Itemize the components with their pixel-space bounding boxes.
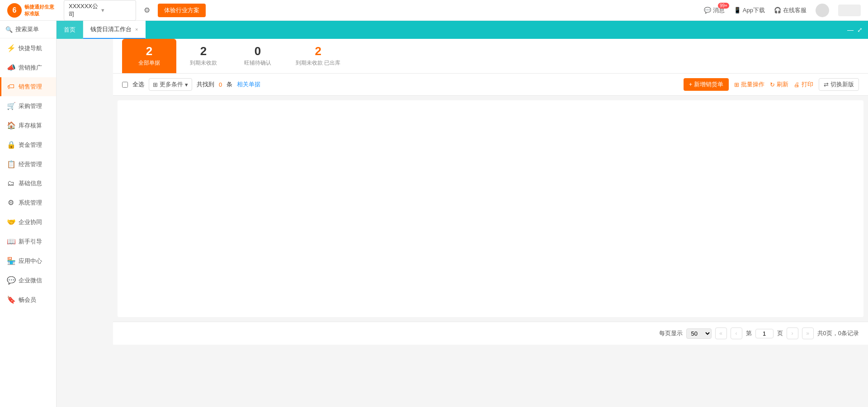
page-label-suffix: 页 [777, 329, 783, 337]
sidebar-item-enterprise-wechat[interactable]: 💬 企业微信 [0, 271, 56, 290]
tab-cash-flow[interactable]: 钱货日清工作台 × [83, 21, 146, 39]
app-download-label: App下载 [743, 6, 765, 14]
settings-icon[interactable]: ⚙ [140, 3, 154, 18]
basic-info-icon: 🗂 [7, 179, 15, 187]
switch-icon: ⇄ [824, 81, 829, 88]
main-content: 2 全部单据 2 到期未收款 0 旺辅待确认 2 到期未收款 已出库 全选 [113, 39, 868, 407]
first-page-button[interactable]: « [715, 327, 727, 339]
sidebar-item-label: 资金管理 [19, 141, 42, 149]
user-name[interactable] [838, 5, 861, 16]
message-badge: 99+ [718, 3, 729, 9]
stat-tab-overdue-unshipped[interactable]: 2 到期未收款 已出库 [285, 39, 351, 73]
sidebar-item-operations[interactable]: 📋 经营管理 [0, 154, 56, 174]
page-label-prefix: 第 [746, 329, 752, 337]
toolbar-right: + 新增销货单 ⊞ 批量操作 ↻ 刷新 🖨 打印 ⇄ 切换新版 [684, 78, 859, 91]
sidebar-item-label: 畅会员 [19, 296, 36, 304]
refresh-button[interactable]: ↻ 刷新 [770, 80, 788, 89]
sidebar-item-label: 基础信息 [19, 179, 42, 187]
app-header: 6 畅捷通好生意 标准版 XXXXXX公司 ▾ ⚙ 体验行业方案 💬 消息 99… [0, 0, 868, 21]
header-right: 💬 消息 99+ 📱 App下载 🎧 在线客服 [704, 4, 861, 17]
content-area [118, 100, 863, 317]
sidebar-item-basic-info[interactable]: 🗂 基础信息 [0, 174, 56, 193]
last-page-button[interactable]: » [802, 327, 814, 339]
message-button[interactable]: 💬 消息 99+ [704, 6, 725, 14]
quick-nav-icon: ⚡ [7, 44, 15, 52]
stat-num-overdue-unshipped: 2 [315, 44, 321, 58]
company-name: XXXXXX公司 [69, 2, 99, 19]
more-filter-button[interactable]: ⊞ 更多条件 ▾ [149, 78, 192, 91]
tab-minimize-icon[interactable]: — [847, 26, 854, 33]
batch-icon: ⊞ [734, 81, 739, 88]
marketing-icon: 📣 [7, 63, 15, 72]
sidebar-item-purchase[interactable]: 🛒 采购管理 [0, 96, 56, 116]
app-download-button[interactable]: 📱 App下载 [734, 6, 765, 14]
select-all-checkbox[interactable] [122, 82, 128, 88]
pagination-bar: 每页显示 20 50 100 « ‹ 第 页 › » 共0页，0条记录 [113, 322, 868, 345]
batch-operation-button[interactable]: ⊞ 批量操作 [734, 80, 764, 89]
new-sales-order-button[interactable]: + 新增销货单 [684, 78, 729, 91]
stat-num-overdue-unpaid: 2 [200, 44, 207, 58]
tab-close-icon[interactable]: × [135, 27, 138, 32]
stat-label-wangwang: 旺辅待确认 [244, 59, 271, 67]
per-page-select[interactable]: 20 50 100 [686, 328, 712, 339]
sidebar-item-system[interactable]: ⚙ 系统管理 [0, 193, 56, 212]
online-service-button[interactable]: 🎧 在线客服 [774, 6, 807, 14]
sidebar-item-app-center[interactable]: 🏪 应用中心 [0, 251, 56, 271]
stat-tab-wangwang[interactable]: 0 旺辅待确认 [231, 39, 285, 73]
refresh-icon: ↻ [770, 81, 775, 88]
sidebar-item-label: 库存核算 [19, 122, 42, 130]
member-icon: 🔖 [7, 295, 15, 304]
stat-tab-overdue-unpaid[interactable]: 2 到期未收款 [176, 39, 231, 73]
sidebar-item-quick-nav[interactable]: ⚡ 快捷导航 [0, 38, 56, 58]
finance-icon: 🔒 [7, 140, 15, 149]
experience-btn[interactable]: 体验行业方案 [158, 4, 206, 17]
inventory-icon: 🏠 [7, 121, 15, 130]
related-label[interactable]: 相关单据 [237, 80, 260, 89]
print-button[interactable]: 🖨 打印 [794, 80, 813, 89]
search-icon: 🔍 [5, 26, 13, 33]
sidebar-item-enterprise-coop[interactable]: 🤝 企业协同 [0, 212, 56, 232]
filter-label: 更多条件 [160, 80, 183, 89]
switch-version-button[interactable]: ⇄ 切换新版 [819, 78, 859, 91]
tab-home[interactable]: 首页 [57, 21, 83, 39]
sidebar-search[interactable]: 🔍 搜索菜单 [0, 21, 56, 38]
print-label: 打印 [802, 80, 813, 89]
next-page-button[interactable]: › [787, 327, 798, 339]
stat-label-overdue-unpaid: 到期未收款 [190, 59, 217, 67]
enterprise-coop-icon: 🤝 [7, 218, 15, 226]
purchase-icon: 🛒 [7, 102, 15, 110]
stat-tab-all[interactable]: 2 全部单据 [122, 39, 176, 73]
stat-label-overdue-unshipped: 到期未收款 已出库 [296, 59, 340, 67]
select-all-label: 全选 [132, 80, 144, 89]
sidebar-item-marketing[interactable]: 📣 营销推广 [0, 58, 56, 77]
page-input[interactable] [755, 329, 774, 338]
message-icon: 💬 [704, 7, 711, 14]
stat-label-all: 全部单据 [138, 59, 160, 67]
found-unit: 条 [226, 80, 232, 89]
sidebar: 🔍 搜索菜单 ⚡ 快捷导航 📣 营销推广 🏷 销售管理 🛒 采购管理 🏠 库存核… [0, 21, 57, 407]
sidebar-item-label: 新手引导 [19, 238, 42, 246]
download-icon: 📱 [734, 7, 741, 14]
sidebar-item-newbie[interactable]: 📖 新手引导 [0, 232, 56, 251]
switch-label: 切换新版 [830, 80, 854, 89]
sales-icon: 🏷 [7, 83, 15, 91]
sidebar-item-finance[interactable]: 🔒 资金管理 [0, 135, 56, 154]
logo-text: 畅捷通好生意 标准版 [24, 4, 54, 17]
logo: 6 畅捷通好生意 标准版 [7, 3, 64, 18]
prev-page-button[interactable]: ‹ [731, 327, 742, 339]
sidebar-item-member[interactable]: 🔖 畅会员 [0, 290, 56, 309]
company-selector[interactable]: XXXXXX公司 ▾ [64, 0, 136, 21]
sidebar-item-label: 快捷导航 [19, 44, 42, 52]
avatar[interactable] [816, 4, 829, 17]
sidebar-item-label: 企业微信 [19, 276, 42, 285]
tab-bar-actions: — ⤢ [842, 21, 868, 39]
sidebar-item-inventory[interactable]: 🏠 库存核算 [0, 116, 56, 135]
sidebar-item-label: 销售管理 [19, 83, 42, 91]
per-page-label: 每页显示 [659, 329, 683, 337]
sidebar-item-label: 企业协同 [19, 218, 42, 226]
print-icon: 🖨 [794, 81, 800, 88]
batch-label: 批量操作 [741, 80, 764, 89]
sidebar-item-sales[interactable]: 🏷 销售管理 [0, 77, 56, 96]
tab-expand-icon[interactable]: ⤢ [857, 26, 863, 33]
stat-num-wangwang: 0 [255, 44, 261, 58]
